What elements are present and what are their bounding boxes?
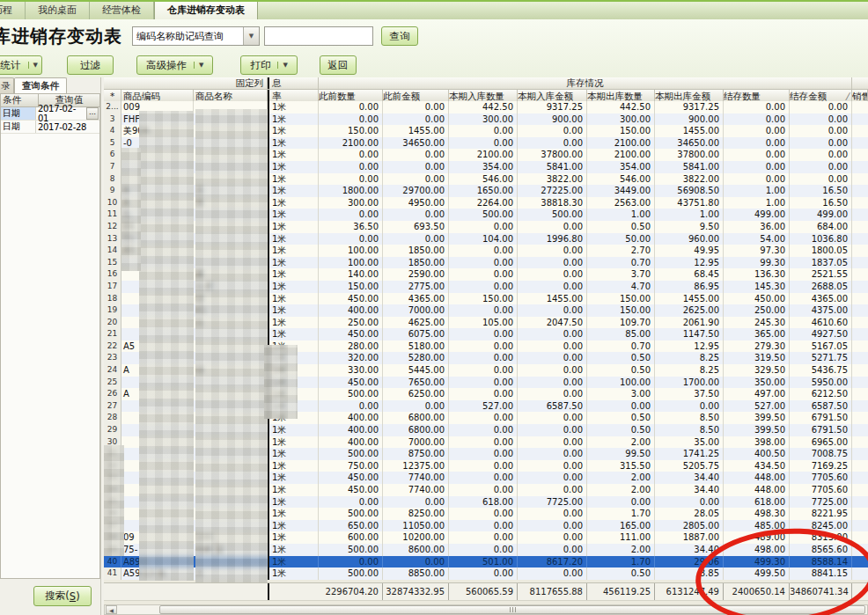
- group-header-fixed-columns: 固定列: [104, 77, 268, 89]
- toolbar-button[interactable]: 长统计▼: [0, 55, 42, 75]
- sidebar-tabs: 录查询条件: [0, 77, 101, 93]
- search-mode-select[interactable]: 编码名称助记码查询 ▼: [132, 26, 260, 46]
- top-zone: 库进销存变动表 编码名称助记码查询 ▼ 查询 长统计▼过滤高级操作▼打印▼返回: [0, 19, 868, 77]
- total-value: 8117655.88: [518, 583, 587, 600]
- column-header[interactable]: 率: [268, 90, 319, 102]
- window-tab-bar: 历程我的桌面经营体检仓库进销存变动表: [0, 0, 868, 20]
- total-value: 32874332.95: [383, 583, 449, 600]
- column-header[interactable]: 结存金额/: [790, 90, 852, 102]
- search-button[interactable]: 搜索(S): [33, 586, 92, 606]
- sidebar-tab[interactable]: 查询条件: [14, 77, 67, 93]
- condition-value[interactable]: 2017-02-01: [36, 104, 86, 123]
- toolbar-button[interactable]: 返回: [320, 55, 357, 75]
- chevron-down-icon[interactable]: ▼: [277, 62, 287, 69]
- condition-value[interactable]: 2017-02-28: [36, 122, 99, 132]
- search-input[interactable]: [264, 26, 373, 46]
- window-tab[interactable]: 我的桌面: [26, 2, 90, 19]
- ellipsis-button[interactable]: …: [86, 107, 99, 120]
- page-title: 库进销存变动表: [0, 25, 122, 48]
- total-value: 456119.25: [587, 583, 655, 600]
- column-header[interactable]: 此前数量: [319, 90, 383, 102]
- mosaic-censor-block: [104, 445, 124, 556]
- condition-row[interactable]: 日期2017-02-01…: [1, 107, 99, 121]
- search-mode-value: 编码名称助记码查询: [133, 30, 243, 43]
- window-tab[interactable]: 经营体检: [90, 2, 154, 19]
- window-tab[interactable]: 历程: [0, 2, 26, 19]
- column-header[interactable]: 结存数量: [724, 90, 790, 102]
- column-header[interactable]: 此前金额: [383, 90, 449, 102]
- condition-header-field[interactable]: 条件: [1, 94, 39, 106]
- mosaic-censor-block: [139, 111, 194, 581]
- toolbar-button[interactable]: 过滤: [67, 55, 114, 75]
- window-tab[interactable]: 仓库进销存变动表: [154, 0, 258, 19]
- toolbar-button[interactable]: 高级操作▼: [136, 55, 213, 75]
- chevron-down-icon[interactable]: ▼: [243, 27, 259, 45]
- scroll-left-icon[interactable]: ◀: [106, 605, 117, 614]
- slash-icon: /: [845, 90, 851, 102]
- group-header-info: 息: [268, 77, 319, 89]
- column-header[interactable]: 本期出库数量: [587, 90, 655, 102]
- toolbar-button[interactable]: 打印▼: [240, 55, 297, 75]
- group-header-sales: [852, 77, 868, 89]
- total-value: 2296704.20: [319, 583, 383, 600]
- column-header[interactable]: 商品编码: [121, 90, 194, 102]
- column-header[interactable]: 商品名称: [194, 90, 268, 102]
- chevron-down-icon[interactable]: ▼: [28, 62, 38, 69]
- condition-row[interactable]: 日期2017-02-28: [1, 121, 99, 134]
- column-header[interactable]: 销售: [852, 90, 868, 102]
- app-window: 历程我的桌面经营体检仓库进销存变动表 库进销存变动表 编码名称助记码查询 ▼ 查…: [0, 0, 868, 615]
- group-header-stock-status: 库存情况: [319, 77, 852, 89]
- sidebar-tab[interactable]: 录: [0, 77, 14, 93]
- toolbar: 长统计▼过滤高级操作▼打印▼返回: [0, 55, 357, 76]
- grid-group-header: 固定列 息 库存情况: [104, 77, 868, 90]
- query-condition-panel: 条件 查询值 日期2017-02-01…日期2017-02-28: [0, 93, 100, 579]
- condition-field[interactable]: 日期: [1, 107, 36, 120]
- sidebar: 录查询条件 条件 查询值 日期2017-02-01…日期2017-02-28 搜…: [0, 77, 101, 615]
- total-value: 560065.59: [449, 583, 518, 600]
- mosaic-censor-block: [121, 148, 141, 271]
- chevron-down-icon[interactable]: ▼: [194, 62, 203, 69]
- column-header[interactable]: 本期入库数量: [449, 90, 518, 102]
- column-header[interactable]: 本期入库金额: [518, 90, 587, 102]
- column-header[interactable]: *: [104, 90, 121, 102]
- column-header[interactable]: 本期出库金额: [655, 90, 724, 102]
- mosaic-censor-block: [264, 345, 298, 419]
- condition-field[interactable]: 日期: [1, 121, 36, 133]
- query-button[interactable]: 查询: [381, 26, 418, 46]
- mosaic-censor-block: [195, 109, 268, 582]
